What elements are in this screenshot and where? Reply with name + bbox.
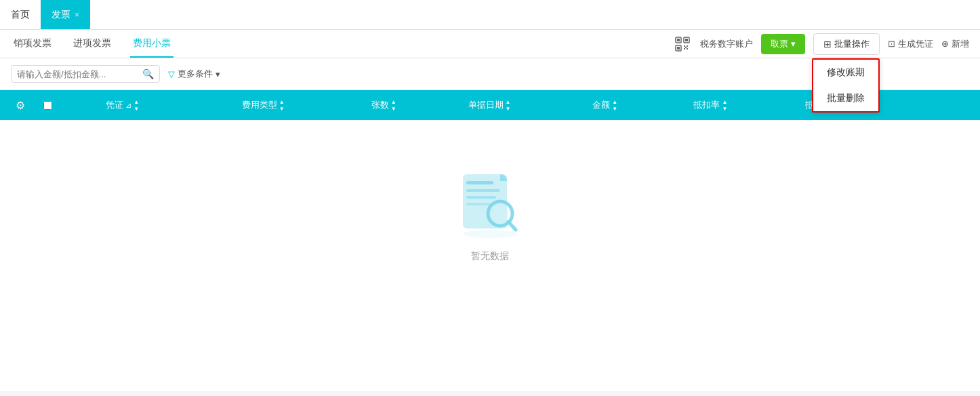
add-new-icon: ⊕ [941, 39, 949, 49]
generate-voucher-label: 生成凭证 [898, 38, 933, 50]
add-new-button[interactable]: ⊕ 新增 [941, 38, 969, 50]
filter-icon: ▽ [168, 69, 175, 79]
sub-tabs-right: 税务数字账户 取票 ▾ ⊞ 批量操作 修改账期 批量删除 ⊡ 生成凭证 ⊕ 新增 [673, 33, 969, 55]
sub-tabs-bar: 销项发票 进项发票 费用小票 税务数字账户 取票 ▾ [0, 30, 980, 58]
generate-voucher-icon: ⊡ [888, 39, 895, 49]
th-voucher-filter-icon[interactable]: ⊿ [125, 101, 131, 110]
svg-line-19 [508, 222, 516, 230]
th-deduct-rate-label: 抵扣率 [693, 99, 720, 111]
svg-rect-15 [466, 196, 496, 199]
th-settings[interactable]: ⚙ [5, 99, 35, 112]
th-checkbox[interactable] [35, 101, 60, 110]
invoice-tab[interactable]: 发票 × [41, 0, 90, 29]
th-expense-type-sort[interactable]: ▲▼ [279, 99, 285, 112]
dropdown-item-modify-period[interactable]: 修改账期 [813, 60, 878, 85]
tab-input[interactable]: 进项发票 [70, 30, 114, 58]
th-date-sort[interactable]: ▲▼ [506, 99, 511, 112]
more-conditions-label: 更多条件 [178, 68, 213, 80]
batch-op-dropdown: 修改账期 批量删除 [812, 58, 880, 113]
take-ticket-button[interactable]: 取票 ▾ [761, 34, 805, 54]
invoice-tab-close[interactable]: × [75, 10, 79, 20]
th-amount-sort[interactable]: ▲▼ [612, 99, 617, 112]
invoice-tab-label: 发票 [52, 9, 70, 21]
svg-rect-7 [687, 45, 688, 47]
qrcode-icon[interactable] [673, 35, 692, 54]
th-count-sort[interactable]: ▲▼ [391, 99, 396, 112]
svg-rect-13 [466, 181, 493, 184]
th-expense-type[interactable]: 费用类型 ▲▼ [185, 99, 341, 112]
th-date-label: 单据日期 [468, 99, 504, 111]
svg-rect-6 [684, 45, 685, 47]
search-input-wrap: 🔍 [11, 65, 160, 83]
settings-gear-icon[interactable]: ⚙ [16, 99, 25, 112]
empty-state: 暂无数据 [0, 120, 980, 290]
more-conditions-chevron: ▾ [216, 69, 220, 79]
th-expense-type-label: 费用类型 [242, 99, 277, 111]
tab-sales[interactable]: 销项发票 [11, 30, 54, 58]
search-input[interactable] [17, 69, 142, 79]
th-voucher-label: 凭证 [106, 99, 123, 111]
top-nav: 首页 发票 × [0, 0, 980, 30]
main-content: 暂无数据 [0, 120, 980, 391]
svg-point-11 [463, 230, 517, 238]
search-icon[interactable]: 🔍 [142, 68, 154, 79]
th-date[interactable]: 单据日期 ▲▼ [426, 99, 552, 112]
take-ticket-label: 取票 [771, 38, 788, 50]
svg-point-18 [492, 205, 508, 222]
batch-op-button[interactable]: ⊞ 批量操作 修改账期 批量删除 [813, 33, 880, 55]
svg-rect-9 [687, 48, 688, 50]
svg-rect-3 [685, 39, 688, 41]
svg-rect-5 [677, 47, 680, 50]
th-voucher-sort[interactable]: ▲▼ [134, 99, 139, 112]
svg-rect-14 [466, 189, 500, 192]
home-tab[interactable]: 首页 [0, 0, 41, 29]
th-count-label: 张数 [371, 99, 389, 111]
empty-illustration [449, 161, 531, 242]
add-new-label: 新增 [952, 38, 969, 50]
tax-digital-button[interactable]: 税务数字账户 [700, 38, 753, 50]
generate-voucher-button[interactable]: ⊡ 生成凭证 [888, 38, 933, 50]
svg-rect-1 [677, 39, 680, 41]
th-count[interactable]: 张数 ▲▼ [341, 99, 426, 112]
th-amount[interactable]: 金额 ▲▼ [552, 99, 658, 112]
svg-rect-8 [684, 48, 685, 50]
batch-op-icon: ⊞ [823, 39, 832, 50]
batch-op-label: 批量操作 [834, 38, 870, 50]
th-voucher[interactable]: 凭证 ⊿ ▲▼ [60, 99, 185, 112]
select-all-checkbox[interactable] [43, 101, 52, 110]
svg-rect-10 [685, 47, 687, 48]
take-ticket-chevron: ▾ [791, 39, 796, 49]
dropdown-item-batch-delete[interactable]: 批量删除 [813, 85, 878, 111]
more-conditions-button[interactable]: ▽ 更多条件 ▾ [168, 68, 220, 80]
tab-expense[interactable]: 费用小票 [130, 30, 173, 58]
th-amount-label: 金额 [592, 99, 610, 111]
sub-tabs-left: 销项发票 进项发票 费用小票 [11, 30, 173, 58]
th-deduct-rate-sort[interactable]: ▲▼ [722, 99, 727, 112]
th-deduct-rate[interactable]: 抵扣率 ▲▼ [658, 99, 764, 112]
svg-rect-16 [466, 203, 490, 205]
empty-state-text: 暂无数据 [471, 250, 509, 262]
